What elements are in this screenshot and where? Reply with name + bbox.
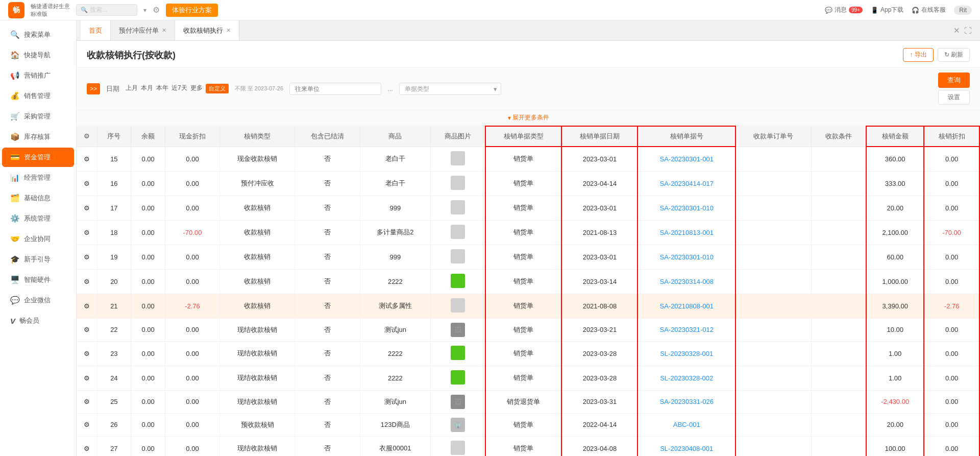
filter-settings-button[interactable]: 设置 — [938, 90, 970, 105]
cell-verify-bill-no[interactable]: SL-20230408-001 — [638, 436, 736, 456]
sidebar-item-newbie[interactable]: 🎓 新手引导 — [2, 250, 74, 269]
cell-verify-type: 收款核销 — [220, 196, 295, 220]
filter-expand-btn[interactable]: >> — [87, 83, 100, 94]
sidebar-item-inventory[interactable]: 📦 库存核算 — [2, 127, 74, 147]
cell-verify-bill-no[interactable]: SL-20230328-001 — [638, 341, 736, 366]
date-link-prev-month[interactable]: 上月 — [126, 84, 138, 93]
sidebar: 🔍 搜索菜单 🏠 快捷导航 📢 营销推广 💰 销售管理 🛒 采购管理 📦 库存核… — [0, 20, 77, 456]
cell-seq: 24 — [97, 366, 131, 390]
sidebar-item-finance[interactable]: 💳 资金管理 — [2, 148, 74, 167]
sidebar-item-operation[interactable]: 📊 经营管理 — [2, 168, 74, 187]
cell-settings[interactable]: ⚙ — [77, 341, 97, 366]
date-link-more[interactable]: 更多 — [190, 84, 203, 93]
cell-settings[interactable]: ⚙ — [77, 318, 97, 341]
cell-verify-bill-no[interactable]: SA-20230414-017 — [638, 171, 736, 196]
table-row: ⚙ 15 0.00 0.00 现金收款核销 否 老白干 销货单 2023-03-… — [77, 147, 979, 171]
tab-prepay[interactable]: 预付冲应付单 ✕ — [111, 20, 175, 40]
cell-verify-bill-no[interactable]: SA-20210813-001 — [638, 220, 736, 245]
cell-settings[interactable]: ⚙ — [77, 220, 97, 245]
bill-type-select[interactable]: 单据类型 — [399, 83, 501, 95]
cell-settings[interactable]: ⚙ — [77, 147, 97, 171]
expand-more-btn[interactable]: ▾ 展开更多条件 — [508, 113, 549, 122]
cell-verify-bill-no[interactable]: SA-20230301-010 — [638, 245, 736, 269]
sidebar-item-wechat[interactable]: 💬 企业微信 — [2, 291, 74, 310]
cell-goods-img: 🖼 — [431, 390, 486, 413]
cell-cash-discount: 0.00 — [165, 171, 219, 196]
app-download[interactable]: 📱 App下载 — [871, 6, 903, 14]
export-button[interactable]: ↑ 导出 — [903, 48, 933, 62]
cell-verify-bill-no[interactable]: SA-20210808-001 — [638, 294, 736, 318]
tab-prepay-close[interactable]: ✕ — [162, 27, 166, 34]
search-bar[interactable]: 🔍 搜索... — [76, 4, 137, 16]
close-window-icon[interactable]: ✕ — [953, 26, 960, 35]
cell-settings[interactable]: ⚙ — [77, 171, 97, 196]
cell-goods-img — [431, 294, 486, 318]
cell-cash-discount: 0.00 — [165, 196, 219, 220]
tab-collection[interactable]: 收款核销执行 ✕ — [175, 20, 239, 40]
sidebar-item-system[interactable]: ⚙️ 系统管理 — [2, 209, 74, 228]
date-link-this-year[interactable]: 本年 — [156, 84, 168, 93]
cell-verify-bill-no[interactable]: SA-20230321-012 — [638, 318, 736, 341]
query-button[interactable]: 查询 — [938, 73, 970, 88]
headset-icon: 🎧 — [912, 7, 919, 14]
cell-settings[interactable]: ⚙ — [77, 269, 97, 294]
th-collection-order-no: 收款单订单号 — [736, 126, 811, 147]
date-link-this-month[interactable]: 本月 — [141, 84, 153, 93]
date-link-7days[interactable]: 近7天 — [172, 84, 187, 93]
cell-verify-bill-no[interactable]: SA-20230331-026 — [638, 390, 736, 413]
sidebar-label-system: 系统管理 — [24, 214, 51, 223]
cell-settings[interactable]: ⚙ — [77, 245, 97, 269]
gear-icon[interactable]: ⚙ — [153, 5, 160, 15]
cell-verify-bill-no[interactable]: SA-20230314-008 — [638, 269, 736, 294]
tab-collection-close[interactable]: ✕ — [226, 27, 231, 34]
cell-settings[interactable]: ⚙ — [77, 366, 97, 390]
sidebar-item-basic[interactable]: 🗂️ 基础信息 — [2, 188, 74, 208]
cell-settings[interactable]: ⚙ — [77, 294, 97, 318]
table-row: ⚙ 27 0.00 0.00 现结收款核销 否 衣服00001 销货单 2023… — [77, 436, 979, 456]
cell-settings[interactable]: ⚙ — [77, 390, 97, 413]
sidebar-item-member[interactable]: V 畅会员 — [2, 311, 74, 330]
partner-dots[interactable]: ... — [387, 85, 393, 92]
online-service[interactable]: 🎧 在线客服 — [912, 6, 946, 14]
cell-goods-img — [431, 147, 486, 171]
cell-verify-type: 现结收款核销 — [220, 341, 295, 366]
sidebar-item-search[interactable]: 🔍 搜索菜单 — [2, 25, 74, 44]
cell-verify-bill-no[interactable]: SA-20230301-010 — [638, 196, 736, 220]
cell-included-settled: 否 — [295, 147, 360, 171]
sidebar-item-marketing[interactable]: 📢 营销推广 — [2, 66, 74, 85]
cell-settings[interactable]: ⚙ — [77, 436, 97, 456]
table-row: ⚙ 17 0.00 0.00 收款核销 否 999 销货单 2023-03-01… — [77, 196, 979, 220]
sidebar-item-purchase[interactable]: 🛒 采购管理 — [2, 107, 74, 126]
cell-settings[interactable]: ⚙ — [77, 196, 97, 220]
custom-date-btn[interactable]: 自定义 — [206, 84, 229, 93]
cell-settings[interactable]: ⚙ — [77, 413, 97, 436]
th-verify-bill-no: 核销单据号 — [638, 126, 736, 147]
message-area[interactable]: 💬 消息 99+ — [825, 6, 863, 14]
tab-home[interactable]: 首页 — [81, 20, 111, 40]
refresh-button[interactable]: ↻ 刷新 — [938, 48, 970, 62]
cell-verify-bill-no[interactable]: ABC-001 — [638, 413, 736, 436]
cell-goods-img — [431, 245, 486, 269]
cell-included-settled: 否 — [295, 171, 360, 196]
maximize-icon[interactable]: ⛶ — [964, 26, 972, 35]
cell-collection-condition — [811, 220, 866, 245]
sidebar-item-enterprise[interactable]: 🤝 企业协同 — [2, 229, 74, 249]
cell-verify-bill-no[interactable]: SA-20230301-001 — [638, 147, 736, 171]
date-range-display: 不限 至 2023-07-26 — [235, 85, 283, 92]
sidebar-item-hardware[interactable]: 🖥️ 智能硬件 — [2, 270, 74, 290]
cell-verify-bill-no[interactable]: SL-20230328-002 — [638, 366, 736, 390]
user-name[interactable]: Rit — [954, 6, 972, 15]
th-settings[interactable]: ⚙ — [77, 126, 97, 147]
cell-included-settled: 否 — [295, 436, 360, 456]
cell-verify-bill-date: 2021-08-13 — [561, 220, 638, 245]
sidebar-item-quicknav[interactable]: 🏠 快捷导航 — [2, 45, 74, 65]
dropdown-arrow[interactable]: ▾ — [143, 7, 146, 14]
partner-input[interactable] — [289, 83, 381, 95]
cell-collection-condition — [811, 269, 866, 294]
cell-verify-bill-type: 销货单 — [485, 147, 561, 171]
sidebar-item-sales[interactable]: 💰 销售管理 — [2, 86, 74, 106]
refresh-icon: ↻ — [944, 51, 949, 58]
table-row: ⚙ 24 0.00 0.00 现结收款核销 否 2222 销货单 2023-03… — [77, 366, 979, 390]
industry-btn[interactable]: 体验行业方案 — [166, 4, 218, 17]
sidebar-label-search: 搜索菜单 — [24, 30, 51, 39]
